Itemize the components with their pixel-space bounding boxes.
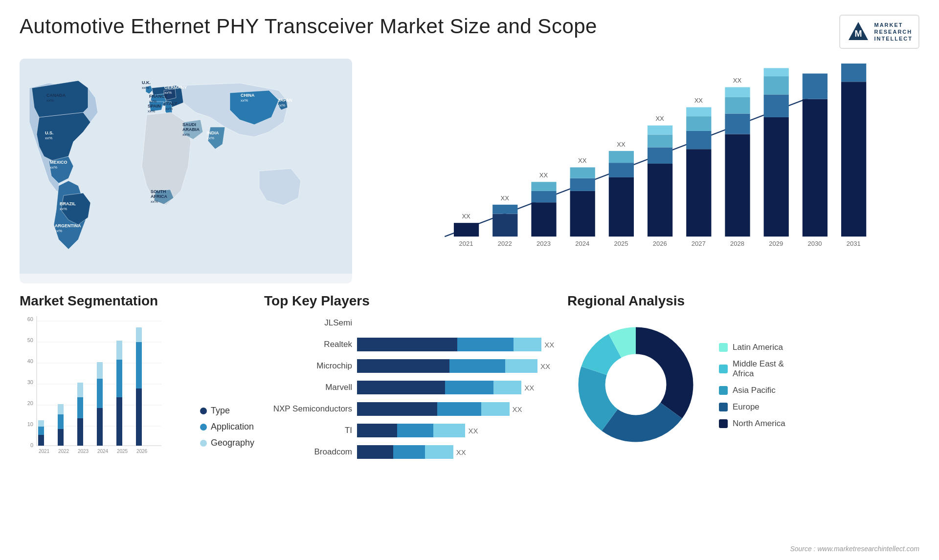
logo-text: MARKET RESEARCH INTELLECT [874,22,913,43]
player-bar-nxp: XX [357,402,558,416]
svg-text:xx%: xx% [165,107,173,111]
svg-text:2024: 2024 [575,240,589,247]
legend-europe: Europe [719,402,785,412]
map-svg: CANADA xx% U.S. xx% MEXICO xx% BRAZIL xx… [20,59,352,274]
svg-text:BRAZIL: BRAZIL [60,201,76,206]
svg-rect-47 [570,178,595,191]
svg-text:CANADA: CANADA [46,93,66,98]
player-bar-seg3 [425,445,453,459]
svg-rect-123 [116,341,122,360]
player-bar-seg1 [357,445,393,459]
svg-rect-126 [136,342,142,388]
svg-text:ARABIA: ARABIA [182,127,200,132]
donut-hole [606,355,665,414]
svg-text:60: 60 [27,316,33,322]
svg-rect-113 [77,418,83,446]
svg-text:xx%: xx% [164,90,172,95]
svg-rect-59 [686,149,711,237]
player-bar-ti: XX [357,424,558,437]
player-name-ti: TI [264,426,352,435]
legend-color-europe [719,403,728,411]
logo: M MARKET RESEARCH INTELLECT [839,15,920,49]
page-title: Automotive Ethernet PHY Transceiver Mark… [20,15,597,38]
svg-rect-46 [570,191,595,237]
svg-text:U.K.: U.K. [142,80,151,85]
svg-rect-42 [531,202,556,237]
svg-text:XX: XX [694,97,703,104]
svg-text:XX: XX [849,230,858,238]
svg-text:2024: 2024 [97,449,109,454]
svg-rect-105 [38,435,44,446]
svg-text:MEXICO: MEXICO [50,160,67,165]
svg-rect-127 [136,327,142,342]
svg-text:2029: 2029 [769,240,783,247]
svg-rect-48 [570,167,595,178]
growth-chart: XX XX XX XX [362,59,919,283]
svg-rect-40 [492,205,517,214]
world-map: CANADA xx% U.S. xx% MEXICO xx% BRAZIL xx… [20,59,352,283]
svg-rect-50 [609,177,634,237]
svg-text:U.S.: U.S. [45,130,54,135]
player-bar-microchip: XX [357,359,558,373]
svg-rect-117 [97,408,103,446]
svg-text:xx%: xx% [142,86,149,90]
svg-text:INDIA: INDIA [207,130,219,135]
player-name-microchip: Microchip [264,361,352,371]
logo-icon: M [846,20,871,44]
player-value-realtek: XX [544,341,554,349]
player-name-jlsemi: JLSemi [264,318,352,328]
svg-rect-62 [686,107,711,116]
legend-color-latin-america [719,343,728,352]
player-bar-marvell: XX [357,381,558,394]
player-bar-realtek: XX [357,338,558,351]
player-bar-seg1 [357,402,437,416]
svg-rect-111 [58,404,64,414]
segmentation-section: Market Segmentation 0 10 20 30 40 50 [20,293,254,498]
player-bar-seg1 [357,338,457,351]
player-bar-seg3 [514,338,541,351]
regional-title: Regional Analysis [567,293,919,309]
source-text: Source : www.marketresearchintellect.com [790,545,919,553]
top-section: CANADA xx% U.S. xx% MEXICO xx% BRAZIL xx… [20,59,919,283]
bottom-section: Market Segmentation 0 10 20 30 40 50 [20,293,919,498]
svg-text:AFRICA: AFRICA [151,194,167,199]
svg-rect-114 [77,397,83,418]
player-bar-jlsemi [357,316,558,330]
donut-chart [567,316,704,455]
svg-rect-87 [841,82,866,237]
svg-rect-106 [38,427,44,435]
player-value-nxp: XX [513,405,522,413]
regional-donut-area: Latin America Middle East &Africa Asia P… [567,316,919,455]
legend-color-north-america [719,419,728,428]
player-value-broadcom: XX [456,448,466,456]
svg-rect-66 [725,97,750,114]
legend-asia-pacific: Asia Pacific [719,386,785,395]
svg-text:2022: 2022 [498,240,512,247]
svg-text:xx%: xx% [278,103,285,108]
legend-latin-america: Latin America [719,343,785,352]
player-name-realtek: Realtek [264,340,352,349]
segmentation-bars: 0 10 20 30 40 50 60 [20,316,190,463]
svg-rect-54 [648,164,672,237]
svg-text:xx%: xx% [182,132,190,137]
svg-rect-37 [454,223,479,237]
player-bar-seg2 [437,402,481,416]
svg-rect-121 [116,397,122,446]
svg-text:XX: XX [617,141,626,148]
svg-rect-110 [58,414,64,429]
svg-rect-67 [725,87,750,97]
player-realtek: Realtek XX [264,338,558,351]
svg-rect-57 [648,126,672,135]
svg-text:2030: 2030 [807,240,822,247]
legend-color-mea [719,365,728,373]
player-bar-seg1 [357,359,449,373]
player-name-broadcom: Broadcom [264,447,352,457]
player-value-microchip: XX [540,362,550,370]
svg-rect-55 [648,147,672,164]
svg-text:10: 10 [27,421,33,427]
svg-text:2023: 2023 [78,449,89,454]
player-bar-seg2 [457,338,514,351]
player-bar-seg3 [433,424,466,437]
svg-text:GERMANY: GERMANY [164,85,187,90]
svg-text:XX: XX [539,172,548,179]
